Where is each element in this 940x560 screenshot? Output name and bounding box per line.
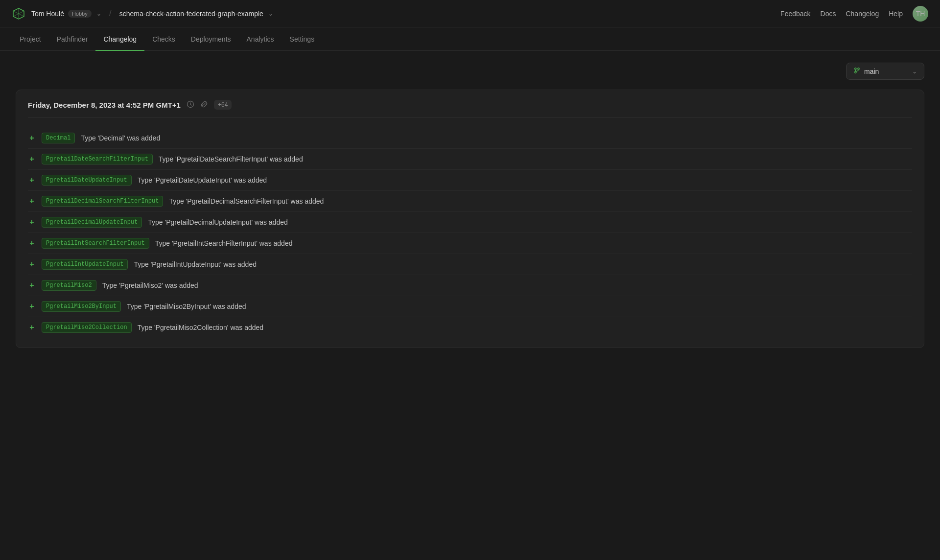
project-chevron-icon: ⌄ [268, 10, 273, 17]
svg-point-2 [858, 68, 860, 70]
branch-selector-row: main ⌄ [16, 63, 924, 80]
change-tag: PgretailIntUpdateInput [42, 259, 128, 270]
tab-checks[interactable]: Checks [144, 28, 183, 51]
change-row: + PgretailMiso2Collection Type 'Pgretail… [28, 317, 912, 338]
project-selector[interactable]: schema-check-action-federated-graph-exam… [119, 10, 273, 18]
change-description: Type 'PgretailDecimalUpdateInput' was ad… [148, 218, 288, 226]
topbar: Tom Houlé Hobby ⌄ / schema-check-action-… [0, 0, 940, 27]
change-description: Type 'PgretailDateUpdateInput' was added [138, 176, 267, 184]
feedback-link[interactable]: Feedback [780, 10, 810, 18]
change-plus-icon: + [28, 176, 36, 185]
avatar[interactable]: TH [913, 6, 928, 22]
branch-icon [853, 67, 860, 75]
change-tag: PgretailDecimalSearchFilterInput [42, 196, 163, 207]
project-name: schema-check-action-federated-graph-exam… [119, 10, 263, 18]
topbar-right: Feedback Docs Changelog Help TH [780, 6, 928, 22]
main-content: main ⌄ Friday, December 8, 2023 at 4:52 … [0, 51, 940, 360]
changelog-date: Friday, December 8, 2023 at 4:52 PM GMT+… [28, 101, 181, 109]
change-row: + PgretailMiso2 Type 'PgretailMiso2' was… [28, 275, 912, 296]
change-plus-icon: + [28, 239, 36, 248]
change-plus-icon: + [28, 260, 36, 269]
change-plus-icon: + [28, 281, 36, 290]
changelog-card: Friday, December 8, 2023 at 4:52 PM GMT+… [16, 90, 924, 348]
change-tag: PgretailDecimalUpdateInput [42, 217, 142, 228]
branch-selector[interactable]: main ⌄ [846, 63, 924, 80]
change-tag: PgretailMiso2Collection [42, 322, 132, 333]
user-menu[interactable]: Tom Houlé Hobby ⌄ [31, 10, 101, 18]
change-plus-icon: + [28, 302, 36, 311]
change-row: + PgretailDateUpdateInput Type 'Pgretail… [28, 170, 912, 191]
change-row: + PgretailDateSearchFilterInput Type 'Pg… [28, 149, 912, 170]
change-row: + PgretailDecimalUpdateInput Type 'Pgret… [28, 212, 912, 233]
breadcrumb-separator: / [109, 8, 112, 19]
tab-analytics[interactable]: Analytics [239, 28, 282, 51]
changes-list: + Decimal Type 'Decimal' was added + Pgr… [28, 128, 912, 338]
user-chevron-icon: ⌄ [96, 10, 101, 17]
change-plus-icon: + [28, 218, 36, 227]
change-plus-icon: + [28, 134, 36, 142]
change-row: + PgretailIntUpdateInput Type 'PgretailI… [28, 254, 912, 275]
user-name: Tom Houlé [31, 10, 64, 18]
changelog-header: Friday, December 8, 2023 at 4:52 PM GMT+… [28, 100, 912, 118]
tab-pathfinder[interactable]: Pathfinder [49, 28, 96, 51]
avatar-initials: TH [916, 10, 925, 18]
svg-point-0 [855, 68, 857, 70]
change-plus-icon: + [28, 155, 36, 163]
change-tag: PgretailMiso2 [42, 280, 96, 291]
change-tag: PgretailDateUpdateInput [42, 175, 132, 186]
tab-settings[interactable]: Settings [282, 28, 323, 51]
subnav: Project Pathfinder Changelog Checks Depl… [0, 27, 940, 51]
change-description: Type 'PgretailIntUpdateInput' was added [134, 260, 257, 268]
studio-logo[interactable] [12, 7, 25, 21]
change-tag: PgretailDateSearchFilterInput [42, 154, 153, 164]
change-description: Type 'PgretailDateSearchFilterInput' was… [159, 155, 303, 163]
tab-changelog[interactable]: Changelog [95, 28, 144, 51]
change-description: Type 'Decimal' was added [81, 134, 160, 142]
change-description: Type 'PgretailMiso2' was added [102, 281, 198, 289]
change-row: + PgretailIntSearchFilterInput Type 'Pgr… [28, 233, 912, 254]
change-description: Type 'PgretailDecimalSearchFilterInput' … [169, 197, 324, 205]
help-link[interactable]: Help [889, 10, 903, 18]
change-description: Type 'PgretailIntSearchFilterInput' was … [155, 239, 293, 247]
topbar-left: Tom Houlé Hobby ⌄ / schema-check-action-… [12, 7, 273, 21]
change-tag: PgretailIntSearchFilterInput [42, 238, 149, 249]
change-plus-icon: + [28, 197, 36, 206]
change-row: + PgretailDecimalSearchFilterInput Type … [28, 191, 912, 212]
link-icon[interactable] [200, 100, 208, 110]
clock-icon[interactable] [187, 100, 194, 110]
change-row: + PgretailMiso2ByInput Type 'PgretailMis… [28, 296, 912, 317]
tab-project[interactable]: Project [12, 28, 49, 51]
change-plus-icon: + [28, 323, 36, 332]
branch-name: main [864, 68, 908, 75]
change-tag: Decimal [42, 133, 75, 143]
docs-link[interactable]: Docs [821, 10, 836, 18]
tab-deployments[interactable]: Deployments [183, 28, 239, 51]
hobby-badge: Hobby [68, 10, 92, 18]
change-description: Type 'PgretailMiso2ByInput' was added [127, 303, 246, 310]
branch-chevron-icon: ⌄ [912, 68, 917, 75]
plus-badge: +64 [214, 100, 232, 110]
change-row: + Decimal Type 'Decimal' was added [28, 128, 912, 149]
changelog-link[interactable]: Changelog [846, 10, 879, 18]
change-tag: PgretailMiso2ByInput [42, 301, 121, 312]
change-description: Type 'PgretailMiso2Collection' was added [138, 324, 263, 331]
